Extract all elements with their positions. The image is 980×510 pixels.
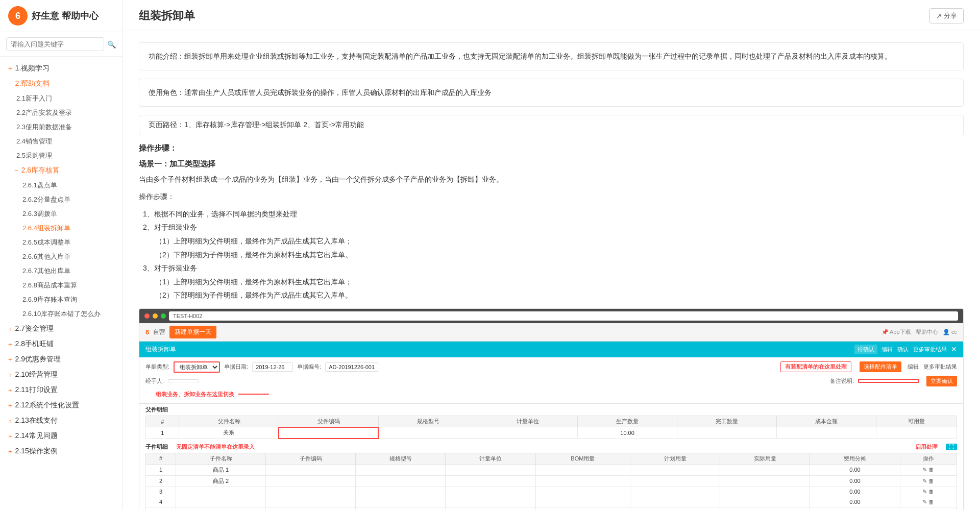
- plus-icon: +: [8, 65, 12, 72]
- sidebar-item-data-prep[interactable]: 2.3使用前数据准备: [0, 120, 122, 134]
- form-select-type[interactable]: 组装拆卸单 组装 拆卸: [174, 361, 220, 373]
- modal-close-icon[interactable]: ✕: [951, 345, 957, 353]
- sidebar-item-payment[interactable]: + 2.13在线支付: [0, 413, 122, 428]
- sidebar-item-label: 2.8手机旺铺: [15, 339, 54, 349]
- child-col-code: 子件编码: [266, 453, 356, 464]
- table-row: 1 商品 1 0.00 ✎ 🗑: [146, 464, 957, 475]
- cell-unit: [478, 427, 577, 439]
- plus-icon-case: +: [8, 448, 12, 455]
- sidebar-item-finance[interactable]: + 2.7资金管理: [0, 321, 122, 336]
- form-value-remarks: [858, 379, 919, 383]
- sidebar-item-coupon[interactable]: + 2.9优惠券管理: [0, 352, 122, 367]
- child-col-plan: 计划用量: [630, 453, 720, 464]
- app-top-bar: 6 自营 新建单据一天 📌 App下载 帮助中心 👤 cc: [139, 323, 963, 342]
- sidebar-item-faq[interactable]: + 2.14常见问题: [0, 428, 122, 444]
- annotation-enable: 启用处理: [915, 443, 938, 451]
- sidebar-header: 6 好生意 帮助中心: [0, 0, 122, 32]
- sidebar-item-purchase[interactable]: 2.5采购管理: [0, 149, 122, 163]
- child-col-ops: 操作: [900, 453, 957, 464]
- step-3: 3、对于拆装业务: [143, 261, 964, 275]
- btn-expand[interactable]: ⛶: [946, 444, 957, 450]
- sidebar-item-cases[interactable]: + 2.15操作案例: [0, 444, 122, 459]
- sidebar-item-print[interactable]: + 2.11打印设置: [0, 382, 122, 398]
- close-dot: [144, 313, 150, 319]
- plus-icon-faq: +: [8, 432, 12, 440]
- form-value-handler: [168, 379, 199, 382]
- sidebar-item-2-6-5[interactable]: 2.6.5成本调整单: [0, 235, 122, 250]
- sidebar-item-label: 2.12系统个性化设置: [15, 401, 79, 410]
- child-col-actual: 实际用量: [720, 453, 810, 464]
- sidebar-item-label: 2.13在线支付: [15, 416, 58, 425]
- col-prod-qty: 生产数量: [578, 416, 677, 427]
- scene1-steps-title: 操作步骤：: [139, 190, 964, 203]
- sidebar-item-inventory[interactable]: − 2.6库存核算: [0, 163, 122, 178]
- sidebar-item-2-6-3[interactable]: 2.6.3调拨单: [0, 207, 122, 221]
- parent-table-title: 父件明细: [145, 406, 957, 414]
- btn-select-bom[interactable]: 选择配件清单: [860, 361, 901, 372]
- sidebar-item-2-6-9[interactable]: 2.6.9库存账本查询: [0, 293, 122, 307]
- table-row: 3 0.00 ✎ 🗑: [146, 487, 957, 497]
- annotation-row: 组装业务、拆卸业务在这里切换: [145, 390, 957, 398]
- col-cost: 成本金额: [777, 416, 876, 427]
- cell-done: [677, 427, 777, 439]
- modal-title: 组装拆卸单: [145, 345, 176, 354]
- annotation-no-fixed-bom: 无固定清单不能清单在这里录入: [176, 443, 255, 451]
- btn-confirm[interactable]: 立案确认: [926, 376, 957, 386]
- sidebar-item-video[interactable]: + 1.视频学习: [0, 61, 122, 76]
- sidebar-item-label: 2.9优惠券管理: [15, 355, 61, 364]
- table-row: 5 0.00 ✎ 🗑: [146, 507, 957, 510]
- modal-header: 组装拆卸单 待确认 编辑 确认 更多审批结果 ✕: [139, 342, 963, 357]
- sidebar-item-2-6-10[interactable]: 2.6.10库存账本错了怎么办: [0, 307, 122, 321]
- app-nav-item1: 自营: [153, 328, 165, 336]
- cell-code: [279, 427, 378, 439]
- col-unit: 计量单位: [478, 416, 577, 427]
- sidebar-item-install[interactable]: 2.2产品安装及登录: [0, 106, 122, 120]
- sidebar-item-label: 2.6库存核算: [21, 166, 60, 175]
- search-icon[interactable]: 🔍: [107, 40, 116, 48]
- step-2-2: （2）下部明细为子件明细，最终作为原材料生成其它出库单。: [155, 248, 964, 262]
- child-table-title: 子件明细: [145, 443, 168, 451]
- path-block: 页面路径：1、库存核算->库存管理->组装拆卸单 2、首页->常用功能: [139, 115, 964, 135]
- child-col-fee: 费用分摊: [810, 453, 900, 464]
- share-button[interactable]: ↗ 分享: [929, 8, 964, 23]
- url-bar: TEST-H002: [169, 311, 958, 321]
- form-value-date: 2019-12-26: [252, 362, 293, 372]
- form-label-no: 单据编号:: [297, 363, 321, 371]
- form-row-2: 经手人: 备注说明: 立案确认: [145, 376, 957, 386]
- minus-icon-inv: −: [14, 167, 18, 175]
- sidebar-item-mobile[interactable]: + 2.8手机旺铺: [0, 336, 122, 352]
- sidebar-item-docs[interactable]: − 2.帮助文档: [0, 76, 122, 91]
- sidebar-item-2-6-4[interactable]: 2.6.4组装拆卸单: [0, 221, 122, 235]
- cell-avail-val: [876, 427, 957, 439]
- content-area: 功能介绍：组装拆卸单用来处理企业组装或拆卸等加工业务，支持有固定装配清单的产品加…: [122, 30, 980, 510]
- app-nav-new-doc[interactable]: 新建单据一天: [169, 326, 216, 338]
- form-label-remarks: 备注说明:: [830, 377, 854, 385]
- sidebar-item-2-6-2[interactable]: 2.6.2分量盘点单: [0, 192, 122, 207]
- sidebar-item-2-6-7[interactable]: 2.6.7其他出库单: [0, 264, 122, 278]
- sidebar-item-2-6-1[interactable]: 2.6.1盘点单: [0, 178, 122, 192]
- path-text: 页面路径：1、库存核算->库存管理->组装拆卸单 2、首页->常用功能: [149, 120, 364, 129]
- col-spec: 规格型号: [378, 416, 478, 427]
- sidebar-item-sales[interactable]: 2.4销售管理: [0, 134, 122, 149]
- col-avail: 可用量: [876, 416, 957, 427]
- modal-actions: 编辑 确认 更多审批结果: [881, 346, 947, 353]
- app-brand: 6: [145, 328, 149, 336]
- step-3-1: （1）上部明细为父件明细，最终作为原材料生成其它出库单；: [155, 275, 964, 289]
- sidebar-item-2-6-6[interactable]: 2.6.6其他入库单: [0, 250, 122, 264]
- child-table-area: 子件明细 无固定清单不能清单在这里录入 启用处理 ⛶ # 子件名称 子件编码: [139, 441, 963, 510]
- sidebar-item-ops[interactable]: + 2.10经营管理: [0, 367, 122, 382]
- child-col-unit: 计量单位: [446, 453, 535, 464]
- steps-list: 1、根据不同的业务，选择不同单据的类型来处理 2、对于组装业务 （1）上部明细为…: [143, 207, 964, 302]
- sidebar-item-customize[interactable]: + 2.12系统个性化设置: [0, 398, 122, 413]
- sidebar-item-2-6-8[interactable]: 2.6.8商品成本重算: [0, 278, 122, 293]
- screenshot-container: TEST-H002 6 自营 新建单据一天 📌 App下载 帮助中心 👤 cc …: [139, 308, 964, 510]
- sidebar-item-label: 2.帮助文档: [15, 79, 50, 88]
- plus-icon-fin: +: [8, 325, 12, 333]
- cell-name: 关系: [179, 427, 279, 439]
- search-input[interactable]: [6, 37, 104, 51]
- sidebar-item-label: 2.11打印设置: [15, 385, 58, 395]
- plus-icon-ops: +: [8, 371, 12, 379]
- max-dot: [161, 313, 166, 319]
- minus-icon: −: [8, 80, 12, 88]
- sidebar-item-new-user[interactable]: 2.1新手入门: [0, 91, 122, 106]
